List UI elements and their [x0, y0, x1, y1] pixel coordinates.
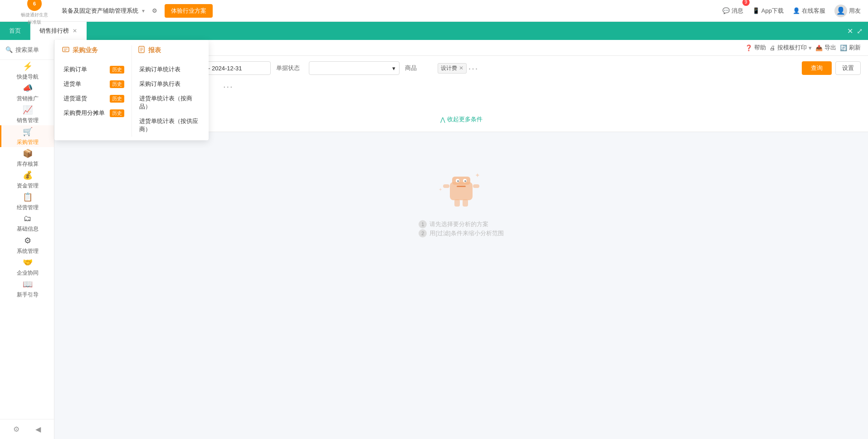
hint-text-2: 用[过滤]条件来缩小分析范围 [429, 229, 503, 237]
sidebar-item-marketing[interactable]: 📣 营销推广 [0, 82, 54, 104]
user-avatar: 👤 [834, 5, 847, 17]
customer-field: ··· [94, 98, 861, 108]
salesman-more-btn[interactable]: ··· [223, 81, 234, 92]
tab-sales-rank-label: 销售排行榜 [39, 27, 69, 35]
svg-rect-12 [463, 199, 468, 207]
sidebar-search-label: 搜索菜单 [15, 46, 39, 54]
report-col-icon [137, 45, 146, 55]
status-select[interactable]: ▾ [309, 61, 400, 75]
logo-icon: 6 [27, 0, 42, 11]
svg-rect-11 [454, 199, 460, 207]
sidebar-item-quick-nav[interactable]: ⚡ 快捷导航 [0, 60, 54, 82]
status-select-arrow: ▾ [392, 65, 395, 72]
sidebar-item-purchase[interactable]: 🛒 采购管理 [0, 125, 54, 147]
dropdown-item-purchase-order[interactable]: 采购订单 历史 [62, 62, 126, 77]
dropdown-item-report-4: 进货单统计表（按供应商） [139, 117, 200, 133]
dropdown-item-report-3: 进货单统计表（按商品） [139, 94, 200, 111]
dropdown-item-label-2: 进货单 [63, 80, 81, 88]
svg-text:✦: ✦ [439, 187, 442, 192]
sidebar-collapse-icon[interactable]: ◀ [35, 425, 41, 434]
sidebar-search[interactable]: 🔍 搜索菜单 [0, 40, 54, 60]
empty-illustration: ✦ ✦ [434, 168, 488, 214]
help-btn[interactable]: ❓ 帮助 [745, 44, 766, 52]
online-service-btn[interactable]: 👤 在线客服 [793, 7, 825, 15]
dropdown-item-expense[interactable]: 采购费用分摊单 历史 [62, 106, 126, 120]
goods-tag-close[interactable]: ✕ [459, 65, 463, 71]
sidebar-item-finance[interactable]: 💰 资金管理 [0, 169, 54, 191]
sidebar-item-inventory-label: 库存核算 [17, 160, 39, 168]
sidebar-item-system[interactable]: ⚙ 系统管理 [0, 234, 54, 256]
sidebar-item-guide-label: 新手引导 [17, 291, 39, 299]
sidebar-item-finance-label: 资金管理 [17, 182, 39, 190]
app-download-btn[interactable]: 📱 App下载 [752, 7, 784, 15]
search-icon: 🔍 [5, 46, 13, 53]
dropdown-item-po-exec[interactable]: 采购订单执行表 [137, 77, 202, 91]
svg-point-6 [457, 180, 459, 182]
history-badge-4: 历史 [110, 109, 124, 117]
refresh-label: 刷新 [849, 44, 861, 52]
sidebar-item-basic-label: 基础信息 [17, 225, 39, 233]
sidebar-item-sales[interactable]: 📈 销售管理 [0, 104, 54, 125]
quick-nav-icon: ⚡ [23, 61, 33, 71]
industry-btn[interactable]: 体验行业方案 [165, 4, 213, 18]
action-btns: 查询 设置 [802, 61, 861, 75]
sidebar-item-operation-label: 经营管理 [17, 204, 39, 212]
dropdown-item-inbound[interactable]: 进货单 历史 [62, 77, 126, 91]
dropdown-item-return[interactable]: 进货退货 历史 [62, 91, 126, 106]
tab-home-label: 首页 [9, 27, 21, 35]
setting-btn[interactable]: 设置 [835, 61, 861, 75]
purchase-col-title-text: 采购业务 [73, 46, 98, 54]
query-btn[interactable]: 查询 [802, 61, 832, 75]
settings-icon[interactable]: ⚙ [148, 5, 161, 17]
dropdown-item-inbound-stat-supplier[interactable]: 进货单统计表（按供应商） [137, 114, 202, 137]
tab-close-all-icon[interactable]: ✕ [847, 27, 853, 35]
user-btn[interactable]: 👤 用友 [834, 5, 861, 17]
dropdown-cols: 采购业务 采购订单 历史 进货单 历史 进货退货 历史 采购费用分摊单 历史 [54, 45, 209, 137]
message-btn[interactable]: 💬 消息 9 [722, 7, 743, 15]
sidebar-item-basic[interactable]: 🗂 基础信息 [0, 212, 54, 234]
history-badge-3: 历史 [110, 95, 124, 103]
refresh-icon: 🔄 [840, 44, 847, 51]
logo-subtitle: 标准版 [28, 19, 41, 25]
goods-field: 设计费 ✕ ··· [438, 63, 796, 74]
sidebar-item-purchase-label: 采购管理 [17, 138, 39, 146]
dropdown-item-inbound-stat-goods[interactable]: 进货单统计表（按商品） [137, 91, 202, 114]
help-label: 帮助 [754, 44, 766, 52]
toolbar-actions: ❓ 帮助 🖨 按模板打印 ▾ 📤 导出 🔄 刷新 [745, 44, 861, 52]
sidebar-item-sales-label: 销售管理 [17, 117, 39, 124]
collapse-label: 收起更多条件 [447, 115, 483, 123]
phone-icon: 📱 [752, 7, 760, 14]
export-btn[interactable]: 📤 导出 [815, 44, 836, 52]
system-dropdown-arrow[interactable]: ▾ [142, 8, 145, 14]
refresh-btn[interactable]: 🔄 刷新 [840, 44, 861, 52]
history-badge-2: 历史 [110, 80, 124, 88]
export-icon: 📤 [815, 44, 823, 51]
sidebar-item-cooperation[interactable]: 🤝 企业协同 [0, 256, 54, 278]
tab-maximize-icon[interactable]: ⤢ [857, 27, 863, 35]
sidebar-item-inventory[interactable]: 📦 库存核算 [0, 147, 54, 169]
print-dropdown-icon[interactable]: ▾ [809, 44, 812, 51]
sidebar-item-cooperation-label: 企业协同 [17, 269, 39, 277]
sidebar-bottom: ⚙ ◀ [0, 419, 54, 439]
print-btn[interactable]: 🖨 按模板打印 ▾ [770, 44, 812, 52]
sidebar-item-guide[interactable]: 📖 新手引导 [0, 278, 54, 300]
svg-rect-9 [443, 184, 449, 188]
sidebar-settings-icon[interactable]: ⚙ [13, 425, 20, 434]
message-badge: 9 [742, 0, 750, 6]
service-label: 在线客服 [802, 7, 825, 15]
service-icon: 👤 [793, 7, 800, 14]
svg-rect-15 [63, 47, 69, 52]
sidebar-item-operation[interactable]: 📋 经营管理 [0, 191, 54, 212]
dropdown-item-po-stat[interactable]: 采购订单统计表 [137, 62, 202, 77]
goods-more-btn[interactable]: ··· [468, 63, 479, 74]
report-col: 报表 采购订单统计表 采购订单执行表 进货单统计表（按商品） 进货单统计表（按供… [134, 45, 205, 137]
finance-icon: 💰 [23, 170, 33, 180]
guide-icon: 📖 [23, 279, 33, 289]
collapse-btn[interactable]: ⋀ 收起更多条件 [438, 113, 485, 126]
svg-point-7 [464, 180, 466, 182]
goods-tag: 设计费 ✕ [438, 63, 467, 74]
topbar: 6 畅捷通好生意 标准版 装备及固定资产辅助管理系统 ▾ ⚙ 体验行业方案 💬 … [0, 0, 868, 22]
tab-close-icon[interactable]: ✕ [73, 28, 77, 34]
message-label: 消息 [731, 7, 743, 14]
purchase-col: 采购业务 采购订单 历史 进货单 历史 进货退货 历史 采购费用分摊单 历史 [58, 45, 130, 137]
